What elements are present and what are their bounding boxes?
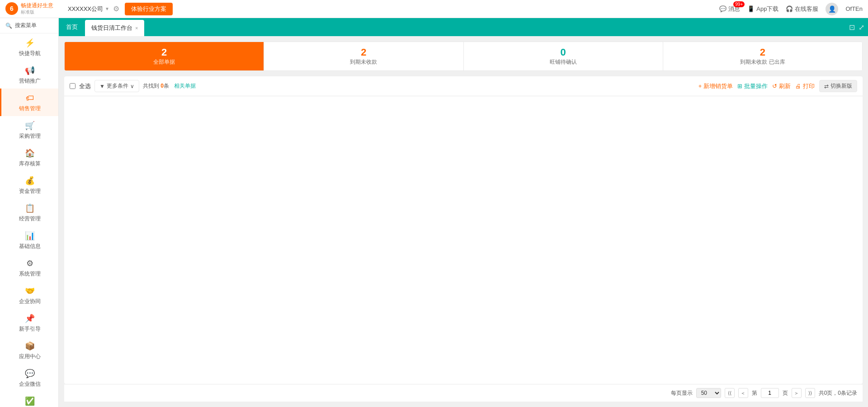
toolbar-right: + 新增销货单 ⊞ 批量操作 ↺ 刷新 🖨 打印 ⇄: [698, 80, 857, 92]
chevron-icon: ∨: [130, 83, 134, 89]
company-selector[interactable]: XXXXXX公司 ▼: [68, 5, 109, 13]
page-total: 共0页，0条记录: [819, 389, 857, 397]
stats-tabs: 2 全部单据 2 到期未收款 0 旺铺待确认 2 到期未收款 已出库: [64, 42, 863, 71]
refresh-icon: ↺: [772, 83, 777, 89]
tab-close-icon[interactable]: ×: [135, 25, 138, 31]
switch-version-button[interactable]: ⇄ 切换新版: [819, 80, 857, 92]
username-area[interactable]: OfTEn: [845, 5, 863, 12]
check-icon: ✅: [25, 396, 35, 406]
select-all-checkbox[interactable]: [70, 83, 75, 89]
next-page-button[interactable]: ＞: [792, 388, 802, 398]
logo-texts: 畅捷通好生意 标准版: [21, 2, 53, 15]
filter-label: 更多条件: [107, 82, 128, 90]
topbar-right: 💬 消息 99+ 📱 App下载 🎧 在线客服 👤 OfTEn: [719, 3, 863, 15]
app-label: App下载: [756, 5, 778, 13]
stat-label-pending: 旺铺待确认: [550, 58, 577, 66]
sidebar-item-label: 库存核算: [19, 160, 41, 168]
chat-icon: 💬: [25, 369, 35, 379]
sidebar-item-app-center[interactable]: 📦 应用中心: [0, 337, 58, 364]
page-input[interactable]: [761, 388, 779, 398]
switch-label: 切换新版: [830, 82, 852, 90]
sidebar-item-finance[interactable]: 💰 资金管理: [0, 171, 58, 199]
sidebar-item-base-info[interactable]: 📊 基础信息: [0, 226, 58, 254]
last-page-button[interactable]: ⟩⟩: [805, 388, 815, 398]
print-button[interactable]: 🖨 打印: [795, 82, 815, 90]
chart-icon: 📊: [25, 231, 35, 241]
sidebar-item-member[interactable]: ✅ 畅会员: [0, 392, 58, 407]
sidebar-item-system[interactable]: ⚙ 系统管理: [0, 254, 58, 281]
stat-tab-overdue-shipped[interactable]: 2 到期未收款 已出库: [663, 42, 862, 70]
sidebar-item-label: 应用中心: [19, 353, 41, 360]
sidebar-item-cooperation[interactable]: 🤝 企业协同: [0, 281, 58, 309]
table-area: [64, 96, 863, 384]
sidebar-item-label: 企业微信: [19, 380, 41, 388]
tab-home[interactable]: 首页: [59, 18, 85, 36]
chevron-down-icon: ▼: [105, 6, 109, 11]
batch-label: 批量操作: [744, 82, 768, 90]
sidebar-item-label: 采购管理: [19, 132, 41, 140]
found-text: 共找到 0条: [143, 82, 170, 90]
sidebar-item-marketing[interactable]: 📢 营销推广: [0, 61, 58, 89]
pagination: 每页显示 10 20 50 100 ⟨⟨ ＜ 第 页 ＞ ⟩⟩ 共0页，0条记录: [64, 384, 863, 402]
add-sale-button[interactable]: + 新增销货单: [698, 82, 733, 90]
support-button[interactable]: 🎧 在线客服: [786, 5, 818, 13]
cart-icon: 🛒: [25, 121, 35, 131]
batch-icon: ⊞: [737, 83, 742, 89]
prev-page-button[interactable]: ＜: [738, 388, 748, 398]
sidebar-item-label: 快捷导航: [19, 50, 41, 57]
sidebar-item-label: 新手引导: [19, 325, 41, 333]
sidebar-item-quick-nav[interactable]: ⚡ 快捷导航: [0, 33, 58, 61]
company-name: XXXXXX公司: [68, 5, 103, 13]
message-badge: 99+: [733, 1, 745, 7]
filter-button[interactable]: ▼ 更多条件 ∨: [94, 80, 139, 92]
sidebar-item-sales[interactable]: 🏷 销售管理: [0, 89, 58, 116]
sidebar-item-label: 资金管理: [19, 187, 41, 195]
tab-label: 钱货日清工作台: [91, 24, 132, 32]
batch-button[interactable]: ⊞ 批量操作: [737, 82, 768, 90]
message-button[interactable]: 💬 消息 99+: [719, 5, 740, 13]
filter-icon: ▼: [99, 83, 105, 89]
per-page-label: 每页显示: [671, 389, 693, 397]
handshake-icon: 🤝: [25, 286, 35, 296]
tab-active[interactable]: 钱货日清工作台 ×: [85, 20, 144, 36]
print-icon: 🖨: [795, 83, 801, 89]
pin-icon: 📌: [25, 313, 35, 323]
sidebar-item-label: 销售管理: [19, 105, 41, 112]
stat-tab-all[interactable]: 2 全部单据: [65, 42, 264, 70]
sidebar-item-label: 系统管理: [19, 270, 41, 278]
switch-icon: ⇄: [824, 83, 829, 89]
stat-label-all: 全部单据: [153, 58, 175, 66]
stat-tab-overdue[interactable]: 2 到期未收款: [264, 42, 463, 70]
headset-icon: 🎧: [786, 5, 793, 12]
search-menu[interactable]: 🔍 搜索菜单: [0, 18, 58, 33]
sidebar-item-purchase[interactable]: 🛒 采购管理: [0, 116, 58, 144]
logo-text: 畅捷通好生意: [21, 2, 53, 9]
tag-icon: 🏷: [25, 93, 35, 103]
app-download-button[interactable]: 📱 App下载: [747, 5, 778, 13]
search-icon: 🔍: [5, 23, 12, 29]
support-label: 在线客服: [795, 5, 818, 13]
lightning-icon: ⚡: [25, 38, 35, 48]
sidebar-item-wechat[interactable]: 💬 企业微信: [0, 364, 58, 392]
refresh-button[interactable]: ↺ 刷新: [772, 82, 791, 90]
sidebar-item-guide[interactable]: 📌 新手引导: [0, 309, 58, 337]
trial-button[interactable]: 体验行业方案: [125, 3, 173, 15]
sidebar-item-operation[interactable]: 📋 经营管理: [0, 199, 58, 226]
stat-tab-pending[interactable]: 0 旺铺待确认: [464, 42, 663, 70]
stat-num-all: 2: [161, 47, 167, 58]
maximize-icon[interactable]: ⤢: [859, 23, 864, 32]
sidebar-item-inventory[interactable]: 🏠 库存核算: [0, 144, 58, 171]
minimize-icon[interactable]: ⊡: [849, 23, 855, 32]
page-label: 第: [752, 389, 757, 397]
settings-icon[interactable]: ⚙: [113, 5, 119, 13]
logo-icon: 6: [5, 2, 18, 15]
sidebar-item-label: 营销推广: [19, 77, 41, 85]
avatar-icon: 👤: [828, 5, 836, 13]
stat-label-overdue-shipped: 到期未收款 已出库: [740, 58, 785, 66]
sidebar-item-label: 企业协同: [19, 298, 41, 305]
first-page-button[interactable]: ⟨⟨: [725, 388, 735, 398]
app-icon: 📱: [747, 5, 755, 12]
per-page-select[interactable]: 10 20 50 100: [696, 388, 721, 398]
related-link[interactable]: 相关单据: [174, 82, 196, 90]
avatar[interactable]: 👤: [826, 3, 838, 15]
